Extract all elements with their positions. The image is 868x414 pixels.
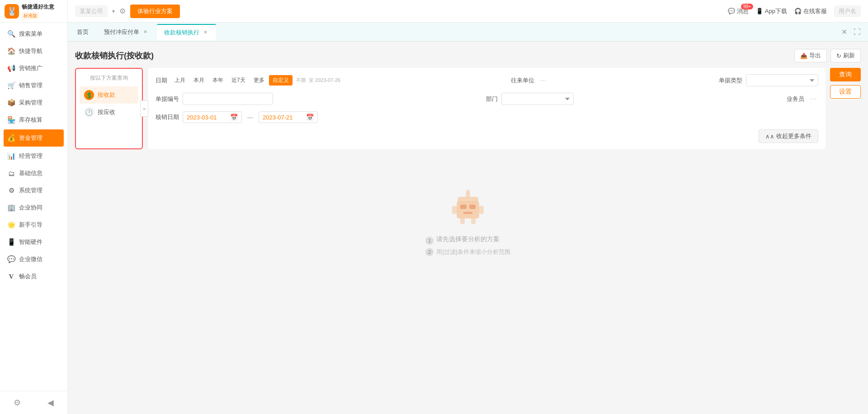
sidebar-item-system[interactable]: ⚙ 系统管理 [0,182,67,199]
date-range-info: 不限 至 2023-07-26 [296,77,340,84]
sidebar-collapse-btn[interactable]: ◀ [44,396,57,409]
reconcile-end-wrap[interactable]: 2023-07-21 📅 [259,111,318,123]
tab-home[interactable]: 首页 [70,24,96,40]
sidebar-item-member[interactable]: V 畅会员 [0,268,67,285]
sidebar-item-purchase[interactable]: 📦 采购管理 [0,94,67,111]
filter-sidebar-collapse-btn[interactable]: » [140,100,148,117]
page-header: 收款核销执行(按收款) 📤 导出 ↻ 刷新 [75,49,861,62]
step-1-num: 1 [425,237,434,245]
sidebar-item-quicknav[interactable]: 🏠 快捷导航 [0,43,67,60]
sidebar-item-guide[interactable]: 🌟 新手引导 [0,216,67,233]
user-info[interactable]: 用户名 [834,5,861,17]
bill-type-label: 单据类型 [719,76,742,85]
sidebar-item-search[interactable]: 🔍 搜索菜单 [0,25,67,43]
date-tab-more[interactable]: 更多 [250,75,268,86]
refresh-button[interactable]: ↻ 刷新 [830,49,861,62]
date-tab-last7[interactable]: 近7天 [228,75,249,86]
sidebar-item-hardware[interactable]: 📱 智能硬件 [0,233,67,251]
svg-rect-7 [452,206,457,214]
reconcile-start-input[interactable]: 2023-03-01 [187,114,227,121]
sidebar-item-finance[interactable]: 💰 资金管理 [4,129,64,147]
sidebar-nav: 🔍 搜索菜单 🏠 快捷导航 📢 营销推广 🛒 销售管理 📦 采购管理 🏪 库存核… [0,23,67,391]
sidebar-settings-btn[interactable]: ⚙ [10,396,24,409]
sidebar-item-operation[interactable]: 📊 经营管理 [0,148,67,165]
calendar-start-icon[interactable]: 📅 [230,114,238,121]
sidebar-item-marketing[interactable]: 📢 营销推广 [0,60,67,77]
date-separator: — [245,114,255,121]
sidebar-item-wechat[interactable]: 💬 企业微信 [0,251,67,268]
service-icon: 🎧 [794,8,802,14]
tabbar: 首页 预付冲应付单 ✕ 收款核销执行 ✕ ✕ ⛶ [68,23,868,42]
wechat-icon: 💬 [7,255,15,263]
date-tab-this-month[interactable]: 本月 [190,75,208,86]
export-button[interactable]: 📤 导出 [794,49,827,62]
staff-group: 业务员 ··· [787,94,818,104]
expand-tab-btn[interactable]: ⛶ [852,27,863,37]
svg-rect-8 [479,206,484,214]
bill-type-select[interactable] [746,74,818,86]
date-tab-last-month[interactable]: 上月 [171,75,189,86]
company-selector[interactable]: 某某公司 [75,5,108,17]
service-btn[interactable]: 🎧 在线客服 [794,7,827,15]
sidebar-item-inventory[interactable]: 🏪 库存核算 [0,111,67,128]
receipt-tab-close[interactable]: ✕ [202,29,209,36]
export-icon: 📤 [800,52,807,59]
app-download-btn[interactable]: 📱 App下载 [756,7,787,15]
receipt-filter-icon: 💲 [84,90,94,100]
query-button[interactable]: 查询 [830,68,861,81]
dept-select[interactable] [501,93,574,105]
bill-number-input[interactable] [183,93,273,105]
sidebar-item-enterprise[interactable]: 🏢 企业协同 [0,199,67,216]
date-tab-this-year[interactable]: 本年 [209,75,227,86]
message-badge: 99+ [741,4,753,10]
filter-row-2: 单据编号 部门 业务员 ··· [156,93,818,105]
counterpart-input[interactable]: ··· [538,76,548,85]
solution-button[interactable]: 体验行业方案 [130,5,180,18]
home-tab-label: 首页 [77,28,89,36]
filter-action-col: 查询 设置 [830,68,861,149]
home-icon: 🏠 [7,47,15,55]
filter-option-receipt[interactable]: 💲 按收款 [80,86,138,104]
calendar-end-icon[interactable]: 📅 [306,114,314,121]
reconcile-end-input[interactable]: 2023-07-21 [263,114,303,121]
guide-icon: 🌟 [7,221,15,229]
svg-point-6 [466,190,470,193]
receivable-filter-icon: 🕐 [84,107,94,117]
filter-form-section: 日期 上月 本月 本年 近7天 更多 自定义 不 [148,68,861,149]
receivable-filter-label: 按应收 [98,108,115,116]
page-actions: 📤 导出 ↻ 刷新 [794,49,861,62]
sidebar-item-baseinfo[interactable]: 🗂 基础信息 [0,165,67,182]
date-filter-group: 日期 上月 本月 本年 近7天 更多 自定义 不 [156,75,340,86]
bill-number-label: 单据编号 [156,95,179,103]
message-btn[interactable]: 💬 消息 99+ [728,7,749,15]
logo-icon: 🐰 [5,4,19,19]
company-dropdown-icon[interactable]: ▾ [112,8,115,14]
filter-row-3: 核销日期 2023-03-01 📅 — 2023-07-21 📅 [156,111,818,123]
topbar-right: 💬 消息 99+ 📱 App下载 🎧 在线客服 用户名 [728,5,861,17]
svg-rect-10 [471,219,476,224]
staff-input[interactable]: ··· [808,94,818,104]
page-title: 收款核销执行(按收款) [75,50,154,61]
filter-option-receivable[interactable]: 🕐 按应收 [80,104,138,121]
tab-receipt[interactable]: 收款核销执行 ✕ [157,24,216,40]
topbar-left: 某某公司 ▾ ⚙ 体验行业方案 [75,5,180,18]
date-label: 日期 [156,76,167,85]
topbar-gear-icon[interactable]: ⚙ [119,7,126,15]
tabbar-actions: ✕ ⛶ [840,27,866,37]
sidebar-item-sales[interactable]: 🛒 销售管理 [0,77,67,94]
filter-row-1: 日期 上月 本月 本年 近7天 更多 自定义 不 [156,74,818,86]
svg-rect-4 [458,197,478,203]
dept-label: 部门 [486,95,498,103]
settings-button[interactable]: 设置 [830,85,861,99]
tab-prepay[interactable]: 预付冲应付单 ✕ [97,24,156,40]
prepay-tab-close[interactable]: ✕ [142,29,149,35]
close-tab-btn[interactable]: ✕ [840,27,849,37]
empty-step-2-text: 用[过滤]条件来缩小分析范围 [436,248,510,256]
collapse-more-button[interactable]: ∧∧ 收起更多条件 [759,129,818,143]
empty-illustration [448,186,488,226]
reconcile-start-wrap[interactable]: 2023-03-01 📅 [183,111,242,123]
reconcile-date-group: 核销日期 2023-03-01 📅 — 2023-07-21 📅 [156,111,318,123]
receipt-filter-label: 按收款 [98,91,115,99]
date-unlimited-label: 不限 至 2023-07-26 [296,77,340,84]
date-tab-custom[interactable]: 自定义 [269,75,292,86]
